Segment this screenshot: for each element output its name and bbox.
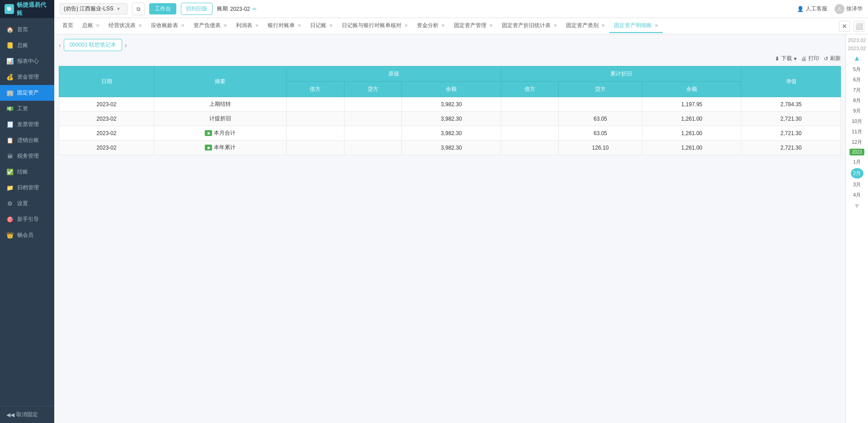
tab-fund-analysis-close[interactable]: ✕ xyxy=(441,23,445,28)
sidebar-item-sales[interactable]: 📋 进销台账 xyxy=(0,132,54,148)
month-item-7[interactable]: 7月 xyxy=(846,85,868,95)
tab-profit-close[interactable]: ✕ xyxy=(255,23,259,28)
month-item-12[interactable]: 12月 xyxy=(846,137,868,147)
company-selector[interactable]: (劝告) 江西服业-LSS ▼ xyxy=(60,3,127,14)
month-item-11[interactable]: 11月 xyxy=(846,127,868,137)
month-item-9[interactable]: 9月 xyxy=(846,106,868,116)
tab-ledger-close[interactable]: ✕ xyxy=(96,23,99,28)
sidebar-item-payroll[interactable]: 💵 工资 xyxy=(0,101,54,117)
tab-bank-statement-close[interactable]: ✕ xyxy=(297,23,301,28)
col-accumulated-depr-header: 累计折旧 xyxy=(501,66,741,82)
cell-date: 2023-02 xyxy=(59,112,154,126)
col-orig-balance-header: 余额 xyxy=(402,82,501,97)
company-dropdown-arrow: ▼ xyxy=(116,6,121,11)
tab-bank-statement[interactable]: 银行对账单 ✕ xyxy=(263,19,306,33)
ledger-icon: 📒 xyxy=(6,42,14,49)
cell-accum-debit xyxy=(501,126,558,141)
sidebar-item-invoice[interactable]: 🧾 发票管理 xyxy=(0,117,54,132)
service-icon: 👤 xyxy=(797,6,804,12)
tab-asset-mgmt-close[interactable]: ✕ xyxy=(489,23,493,28)
sidebar-item-settings[interactable]: ⚙ 设置 xyxy=(0,196,54,212)
month-item-3[interactable]: 3月 xyxy=(846,179,868,190)
service-button[interactable]: 👤 人工客服 xyxy=(797,5,827,13)
cell-net-value: 2,721.30 xyxy=(741,141,841,155)
service-label: 人工客服 xyxy=(806,5,827,13)
switch-version-button[interactable]: 切到旧版 xyxy=(181,3,212,15)
tab-journal-close[interactable]: ✕ xyxy=(329,23,333,28)
reports-icon: 📊 xyxy=(6,58,14,65)
funds-icon: 💰 xyxy=(6,74,14,81)
cell-orig-credit xyxy=(344,141,401,155)
guide-icon: 🎯 xyxy=(6,216,14,223)
tab-depreciation-stats-close[interactable]: ✕ xyxy=(553,23,557,28)
sidebar-item-member[interactable]: 👑 畅会员 xyxy=(0,227,54,243)
nav-prev-arrow[interactable]: ‹ xyxy=(59,42,61,49)
tab-depreciation-stats[interactable]: 固定资产折旧统计表 ✕ xyxy=(497,19,561,33)
sidebar-item-archive[interactable]: 📁 归档管理 xyxy=(0,180,54,196)
tab-asset-category-close[interactable]: ✕ xyxy=(601,23,605,28)
sidebar-item-reports[interactable]: 📊 报表中心 xyxy=(0,53,54,69)
refresh-label: 刷新 xyxy=(830,55,841,62)
user-info[interactable]: 人 徐泽华 xyxy=(835,4,863,14)
sidebar-item-tax[interactable]: 🏛 税务管理 xyxy=(0,148,54,164)
refresh-button[interactable]: ↺ 刷新 xyxy=(824,55,841,62)
sidebar-item-funds[interactable]: 💰 资金管理 xyxy=(0,69,54,85)
tab-receivable-label: 应收账龄表 xyxy=(151,22,178,29)
month-item-2-active[interactable]: 2月 xyxy=(851,168,863,179)
download-button[interactable]: ⬇ 下载 ▾ xyxy=(775,55,797,62)
tab-depreciation-stats-label: 固定资产折旧统计表 xyxy=(502,22,551,29)
copy-button[interactable]: ⧉ xyxy=(132,3,145,15)
cell-summary: ■本月合计 xyxy=(154,126,287,141)
top-header: (劝告) 江西服业-LSS ▼ ⧉ 工作台 切到旧版 账期 2023-02 ✏ … xyxy=(54,0,868,18)
sidebar-label-reports: 报表中心 xyxy=(17,57,39,65)
print-button[interactable]: 🖨 打印 xyxy=(801,55,819,62)
sidebar-item-guide[interactable]: 🎯 新手引导 xyxy=(0,212,54,227)
sidebar-item-closing[interactable]: ✅ 结账 xyxy=(0,164,54,180)
avatar-text: 人 xyxy=(837,6,842,12)
nav-next-arrow[interactable]: › xyxy=(125,42,127,49)
tab-ledger[interactable]: 总账 ✕ xyxy=(78,19,104,33)
tab-profit[interactable]: 利润表 ✕ xyxy=(231,19,263,33)
tab-asset-category-label: 固定资产类别 xyxy=(566,22,599,29)
sidebar-unpin-button[interactable]: ◀◀ 取消固定 xyxy=(0,406,54,423)
tab-receivable[interactable]: 应收账龄表 ✕ xyxy=(146,19,189,33)
year-2023-badge: 2023 xyxy=(849,149,864,155)
sidebar-item-fixed-assets[interactable]: 🏢 固定资产 xyxy=(0,85,54,101)
cell-accum-balance: 1,261.00 xyxy=(642,141,741,155)
month-item-6[interactable]: 6月 xyxy=(846,75,868,85)
scroll-up-button[interactable]: ▲ xyxy=(846,52,868,64)
asset-nav-tab[interactable]: 000001 联想笔记本 xyxy=(64,39,122,51)
month-item-10[interactable]: 10月 xyxy=(846,116,868,127)
tab-asset-detail-close[interactable]: ✕ xyxy=(655,23,658,28)
work-order-button[interactable]: 工作台 xyxy=(149,3,176,14)
year-2023-label-top2: 2023.02 xyxy=(846,44,868,52)
tabs-maximize-button[interactable]: ⬜ xyxy=(854,21,864,32)
month-item-4[interactable]: 4月 xyxy=(846,190,868,200)
month-item-5[interactable]: 5月 xyxy=(846,64,868,75)
tab-journal[interactable]: 日记账 ✕ xyxy=(306,19,337,33)
month-item-1[interactable]: 1月 xyxy=(846,157,868,167)
tab-balance-sheet[interactable]: 资产负债表 ✕ xyxy=(189,19,231,33)
tab-reconcile-close[interactable]: ✕ xyxy=(404,23,408,28)
tab-asset-detail[interactable]: 固定资产明细账 ✕ xyxy=(609,19,663,33)
sidebar-item-home[interactable]: 🏠 首页 xyxy=(0,22,54,38)
sidebar-label-closing: 结账 xyxy=(17,168,28,176)
sales-icon: 📋 xyxy=(6,137,14,144)
tab-home[interactable]: 首页 xyxy=(58,19,78,33)
tab-asset-category[interactable]: 固定资产类别 ✕ xyxy=(561,19,609,33)
period-edit-icon[interactable]: ✏ xyxy=(252,6,257,12)
fixed-assets-icon: 🏢 xyxy=(6,89,14,97)
tabs-close-all-button[interactable]: ✕ xyxy=(839,21,850,32)
sidebar-item-ledger[interactable]: 📒 总账 xyxy=(0,38,54,53)
tab-reconcile[interactable]: 日记账与银行对账单核对 ✕ xyxy=(337,19,412,33)
tab-asset-mgmt[interactable]: 固定资产管理 ✕ xyxy=(449,19,497,33)
cell-accum-balance: 1,261.00 xyxy=(642,126,741,141)
tab-receivable-close[interactable]: ✕ xyxy=(181,23,184,28)
sidebar-label-payroll: 工资 xyxy=(17,105,28,113)
tab-business-status[interactable]: 经营状况表 ✕ xyxy=(104,19,146,33)
tab-balance-sheet-close[interactable]: ✕ xyxy=(223,23,227,28)
tab-fund-analysis[interactable]: 资金分析 ✕ xyxy=(412,19,449,33)
month-item-8[interactable]: 8月 xyxy=(846,95,868,106)
tab-business-status-close[interactable]: ✕ xyxy=(138,23,142,28)
scroll-down-button[interactable]: ▼ xyxy=(846,200,868,212)
